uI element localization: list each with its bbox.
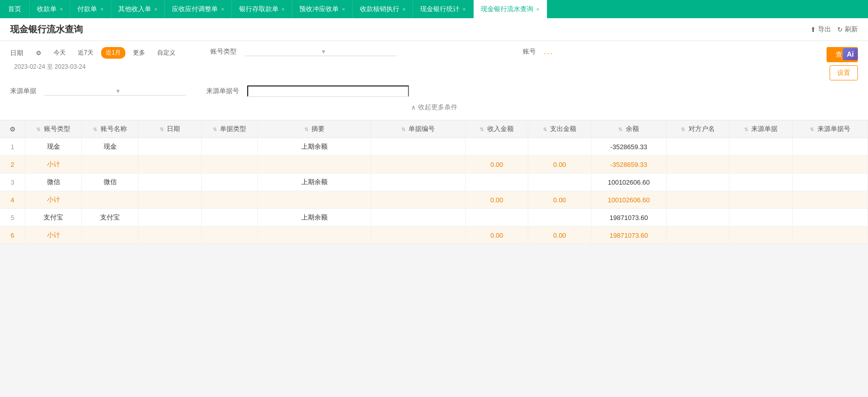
cell-source_doc — [729, 156, 792, 173]
cell-acct_type: 小计 — [25, 191, 82, 209]
collapse-button[interactable]: ∧ 收起更多条件 — [411, 103, 458, 112]
cell-acct_type: 小计 — [25, 156, 82, 173]
col-header-date[interactable]: ⇅ 日期 — [139, 120, 201, 138]
date-btn-today[interactable]: 今天 — [49, 47, 70, 59]
nav-tab-4[interactable]: 银行存取款单 × — [232, 0, 292, 18]
cell-doc_no — [371, 191, 466, 209]
nav-tab-3[interactable]: 应收应付调整单 × — [165, 0, 232, 18]
table-row: 4小计0.000.00100102606.60 — [0, 191, 868, 209]
cell-date — [139, 227, 201, 244]
nav-tab-0[interactable]: 收款单 × — [30, 0, 70, 18]
cell-summary — [258, 227, 371, 244]
cell-date — [139, 173, 201, 191]
cell-balance: -3528659.33 — [591, 156, 666, 173]
source-doc-select[interactable]: ▼ — [44, 87, 186, 96]
cell-doc_type — [201, 227, 258, 244]
cell-doc_type — [201, 209, 258, 227]
date-btn-custom[interactable]: 自定义 — [153, 47, 180, 59]
acct-no-label: 账号 — [523, 47, 536, 56]
cell-acct_type: 支付宝 — [25, 209, 82, 227]
col-header-source-no[interactable]: ⇅ 来源单据号 — [792, 120, 867, 138]
filter-area: 日期 ⚙ 今天 近7天 近1月 更多 自定义 2023-02-24 至 2023… — [0, 41, 868, 120]
cell-source_no — [792, 191, 867, 209]
sort-icon-expense: ⇅ — [543, 126, 547, 132]
sort-icon-date: ⇅ — [160, 126, 164, 132]
cell-balance: -3528659.33 — [591, 138, 666, 156]
ai-badge[interactable]: Ai — [843, 48, 858, 60]
close-icon-5[interactable]: × — [342, 6, 345, 12]
cell-acct_type: 微信 — [25, 173, 82, 191]
cell-date — [139, 209, 201, 227]
nav-home[interactable]: 首页 — [0, 0, 30, 18]
sort-icon-summary: ⇅ — [304, 126, 308, 132]
top-nav: 首页 收款单 × 付款单 × 其他收入单 × 应收应付调整单 × 银行存取款单 … — [0, 0, 868, 18]
sort-icon-income: ⇅ — [480, 126, 484, 132]
nav-tab-8[interactable]: 现金银行流水查询 × — [474, 0, 547, 18]
cell-expense: 0.00 — [528, 191, 591, 209]
cell-source_doc — [729, 209, 792, 227]
nav-tab-6[interactable]: 收款核销执行 × — [353, 0, 413, 18]
cell-source_doc — [729, 227, 792, 244]
sort-icon-source-doc: ⇅ — [744, 126, 748, 132]
col-header-income[interactable]: ⇅ 收入金额 — [465, 120, 528, 138]
close-icon-7[interactable]: × — [463, 6, 466, 12]
col-header-source-doc[interactable]: ⇅ 来源单据 — [729, 120, 792, 138]
close-icon-1[interactable]: × — [100, 6, 103, 12]
dots-button[interactable]: ... — [544, 47, 554, 56]
col-header-counterpart[interactable]: ⇅ 对方户名 — [666, 120, 729, 138]
cell-expense — [528, 138, 591, 156]
cell-source_no — [792, 156, 867, 173]
close-icon-6[interactable]: × — [402, 6, 405, 12]
table-body: 1现金现金上期余额-3528659.332小计0.000.00-3528659.… — [0, 138, 868, 244]
cell-num: 1 — [0, 138, 25, 156]
date-btn-7days[interactable]: 近7天 — [73, 47, 98, 59]
nav-tab-1[interactable]: 付款单 × — [70, 0, 111, 18]
cell-acct_type: 现金 — [25, 138, 82, 156]
close-icon-4[interactable]: × — [282, 6, 285, 12]
table-row: 2小计0.000.00-3528659.33 — [0, 156, 868, 173]
acct-type-select[interactable]: ▼ — [245, 48, 396, 56]
cell-source_no — [792, 138, 867, 156]
col-header-summary[interactable]: ⇅ 摘要 — [258, 120, 371, 138]
table-row: 3微信微信上期余额100102606.60 — [0, 173, 868, 191]
close-icon-0[interactable]: × — [60, 6, 63, 12]
cell-acct_name — [82, 227, 139, 244]
cell-counterpart — [666, 227, 729, 244]
col-header-acct-type[interactable]: ⇅ 账号类型 — [25, 120, 82, 138]
col-header-doc-no[interactable]: ⇅ 单据编号 — [371, 120, 466, 138]
cell-source_doc — [729, 191, 792, 209]
chevron-down-icon-source-doc: ▼ — [115, 88, 183, 94]
close-icon-3[interactable]: × — [221, 6, 224, 12]
chevron-up-icon: ∧ — [411, 104, 416, 111]
col-header-gear[interactable]: ⚙ — [0, 120, 25, 138]
nav-tab-2[interactable]: 其他收入单 × — [111, 0, 165, 18]
sort-icon-doc-no: ⇅ — [401, 126, 405, 132]
cell-expense — [528, 209, 591, 227]
source-no-input[interactable] — [247, 85, 409, 97]
data-table: ⚙ ⇅ 账号类型 ⇅ 账号名称 ⇅ 日期 ⇅ 单据类型 — [0, 120, 868, 244]
date-btn-yesterday[interactable]: ⚙ — [31, 48, 46, 58]
export-button[interactable]: ⬆ 导出 — [810, 25, 831, 34]
cell-date — [139, 191, 201, 209]
col-header-acct-name[interactable]: ⇅ 账号名称 — [82, 120, 139, 138]
source-doc-label: 来源单据 — [10, 86, 36, 96]
date-btn-more[interactable]: 更多 — [128, 47, 150, 59]
page-title: 现金银行流水查询 — [10, 23, 83, 35]
nav-tab-7[interactable]: 现金银行统计 × — [413, 0, 473, 18]
col-header-balance[interactable]: ⇅ 余额 — [591, 120, 666, 138]
cell-income: 0.00 — [465, 191, 528, 209]
nav-tab-5[interactable]: 预收冲应收单 × — [292, 0, 352, 18]
cell-source_no — [792, 227, 867, 244]
col-header-expense[interactable]: ⇅ 支出金额 — [528, 120, 591, 138]
source-no-label: 来源单据号 — [206, 86, 239, 96]
cell-source_no — [792, 173, 867, 191]
settings-button[interactable]: 设置 — [830, 65, 858, 80]
cell-summary — [258, 191, 371, 209]
col-header-doc-type[interactable]: ⇅ 单据类型 — [201, 120, 258, 138]
date-btn-1month[interactable]: 近1月 — [101, 47, 126, 59]
cell-summary — [258, 156, 371, 173]
close-icon-2[interactable]: × — [154, 6, 157, 12]
sort-icon-source-no: ⇅ — [810, 126, 814, 132]
refresh-button[interactable]: ↻ 刷新 — [837, 25, 858, 34]
close-icon-8[interactable]: × — [536, 6, 539, 12]
